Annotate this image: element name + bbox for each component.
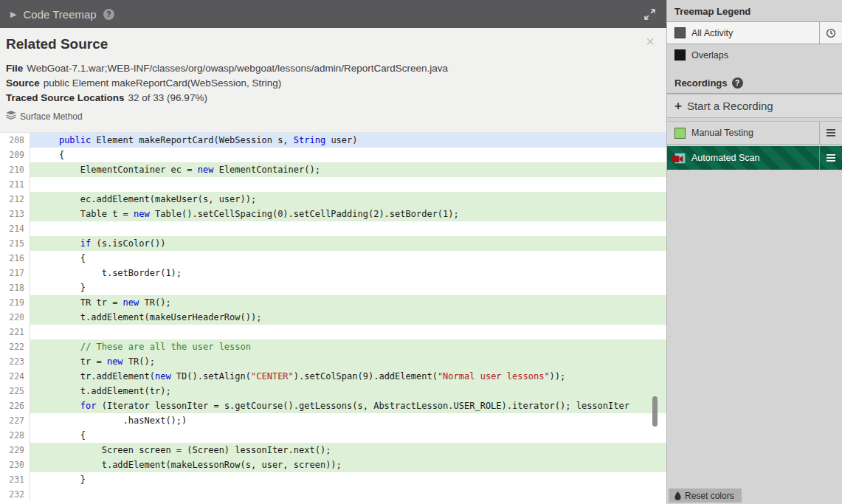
code-viewer: 208 public Element makeReportCard(WebSes… <box>0 133 666 504</box>
code-line: 211 <box>0 177 666 192</box>
line-number: 210 <box>0 162 30 177</box>
code-text: for (Iterator lessonIter = s.getCourse()… <box>30 398 666 413</box>
code-line: 215 if (s.isColor()) <box>0 236 666 251</box>
code-text: ec.addElement(makeUser(s, user)); <box>30 192 666 207</box>
code-line: 218 } <box>0 280 666 295</box>
recordings-help-icon[interactable]: ? <box>732 77 743 89</box>
automated-scan-menu-button[interactable] <box>819 146 842 170</box>
line-number: 215 <box>0 236 30 251</box>
reset-colors-button[interactable]: Reset colors <box>669 489 742 503</box>
recordings-header: Recordings ? <box>667 72 842 94</box>
code-lines: 208 public Element makeReportCard(WebSes… <box>0 133 666 502</box>
code-text: tr.addElement(new TD().setAlign("CENTER"… <box>30 369 666 384</box>
expand-fullscreen-icon[interactable] <box>643 8 656 21</box>
recording-item-automated-scan[interactable]: Automated Scan <box>667 146 842 170</box>
code-text: t.addElement(makeLessonRow(s, user, scre… <box>30 458 666 472</box>
line-number: 213 <box>0 207 30 221</box>
line-number: 225 <box>0 384 30 398</box>
line-number: 228 <box>0 428 30 443</box>
code-line: 226 for (Iterator lessonIter = s.getCour… <box>0 398 666 413</box>
file-label: File <box>6 63 23 74</box>
file-value: WebGoat-7.1.war;WEB-INF/classes/org/owas… <box>27 63 448 74</box>
code-text: tr = new TR(); <box>30 354 666 369</box>
source-label: Source <box>6 77 40 89</box>
start-recording-label: Start a Recording <box>687 100 773 112</box>
manual-testing-label: Manual Testing <box>691 128 819 138</box>
line-number: 208 <box>0 133 30 148</box>
manual-testing-menu-button[interactable] <box>819 122 842 144</box>
code-line: 228 { <box>0 428 666 443</box>
line-number: 223 <box>0 354 30 369</box>
legend-item-overlaps[interactable]: Overlaps <box>667 44 842 66</box>
droplet-icon <box>674 491 681 500</box>
code-line: 225 t.addElement(tr); <box>0 384 666 398</box>
legend-title: Treemap Legend <box>674 6 750 17</box>
manual-testing-swatch <box>674 128 686 139</box>
line-number: 231 <box>0 472 30 487</box>
code-line: 220 t.addElement(makeUserHeaderRow()); <box>0 310 666 325</box>
code-text <box>30 487 666 502</box>
source-value: public Element makeReportCard(WebSession… <box>44 77 281 89</box>
all-activity-swatch <box>674 27 686 38</box>
code-line: 227 .hasNext();) <box>0 413 666 428</box>
clock-icon <box>826 28 836 38</box>
code-line: 231 } <box>0 472 666 487</box>
collapse-panel-icon[interactable]: ▶ <box>10 10 16 19</box>
line-number: 230 <box>0 458 30 472</box>
code-line: 229 Screen screen = (Screen) lessonIter.… <box>0 443 666 458</box>
code-line: 219 TR tr = new TR(); <box>0 295 666 310</box>
treemap-help-icon[interactable]: ? <box>103 9 114 20</box>
related-source-header: × Related Source FileWebGoat-7.1.war;WEB… <box>0 28 666 133</box>
line-number: 219 <box>0 295 30 310</box>
recordings-title: Recordings <box>674 77 728 89</box>
code-text: } <box>30 280 666 295</box>
code-text: { <box>30 148 666 162</box>
overlaps-swatch <box>674 49 686 61</box>
code-line: 217 t.setBorder(1); <box>0 266 666 280</box>
plus-icon: + <box>674 99 682 114</box>
treemap-sidebar: Treemap Legend All Activity Overlaps Rec… <box>666 0 842 504</box>
start-recording-button[interactable]: + Start a Recording <box>667 94 842 118</box>
overlaps-label: Overlaps <box>691 50 842 61</box>
code-text: TR tr = new TR(); <box>30 295 666 310</box>
activity-history-button[interactable] <box>819 22 842 44</box>
code-text <box>30 177 666 192</box>
traced-value: 32 of 33 (96.97%) <box>128 92 207 103</box>
layers-icon <box>6 111 16 122</box>
line-number: 220 <box>0 310 30 325</box>
line-number: 218 <box>0 280 30 295</box>
code-line: 232 <box>0 487 666 502</box>
automated-scan-swatch <box>674 153 686 164</box>
code-text <box>30 221 666 236</box>
code-scrollbar-thumb[interactable] <box>652 396 658 427</box>
code-line: 210 ElementContainer ec = new ElementCon… <box>0 162 666 177</box>
line-number: 214 <box>0 221 30 236</box>
line-number: 229 <box>0 443 30 458</box>
line-number: 227 <box>0 413 30 428</box>
code-text: Table t = new Table().setCellSpacing(0).… <box>30 207 666 221</box>
treemap-header-bar: ▶ Code Treemap ? <box>0 0 666 28</box>
line-number: 209 <box>0 148 30 162</box>
traced-label: Traced Source Locations <box>6 92 125 103</box>
line-number: 232 <box>0 487 30 502</box>
app-root: ▶ Code Treemap ? × Related Source FileWe… <box>0 0 842 504</box>
legend-item-all-activity[interactable]: All Activity <box>667 22 842 44</box>
all-activity-label: All Activity <box>691 28 819 38</box>
line-number: 221 <box>0 325 30 339</box>
automated-scan-label: Automated Scan <box>691 153 819 163</box>
code-text: // These are all the user lesson <box>30 339 666 354</box>
code-line: 222 // These are all the user lesson <box>0 339 666 354</box>
surface-method-row: Surface Method <box>6 111 656 122</box>
code-text: t.addElement(makeUserHeaderRow()); <box>30 310 666 325</box>
code-text: if (s.isColor()) <box>30 236 666 251</box>
list-icon <box>827 154 835 162</box>
code-text <box>30 325 666 339</box>
line-number: 217 <box>0 266 30 280</box>
recording-item-manual-testing[interactable]: Manual Testing <box>667 121 842 145</box>
code-line: 212 ec.addElement(makeUser(s, user)); <box>0 192 666 207</box>
legend-header: Treemap Legend <box>667 0 842 22</box>
surface-method-label: Surface Method <box>20 111 83 122</box>
code-text: t.setBorder(1); <box>30 266 666 280</box>
line-number: 216 <box>0 251 30 266</box>
close-icon[interactable]: × <box>646 34 655 49</box>
